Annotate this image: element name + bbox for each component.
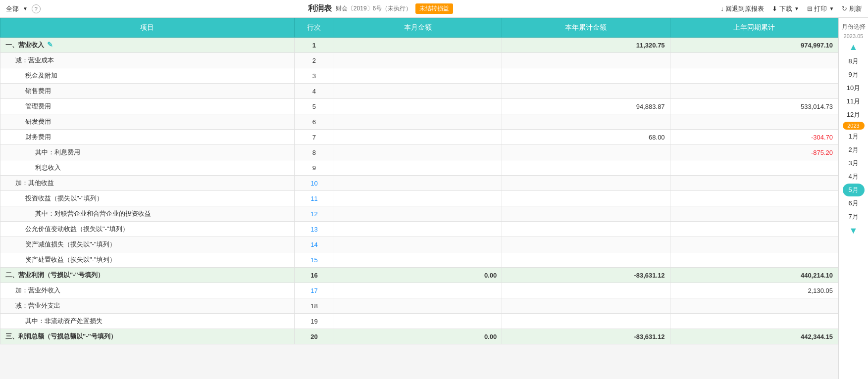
- cell-prev-2: [670, 53, 838, 68]
- download-button[interactable]: ⬇ 下载 ▼: [772, 4, 799, 13]
- col-header-month: 本月金额: [334, 18, 502, 38]
- month-btn-12月[interactable]: 12月: [843, 108, 865, 121]
- cell-item-9: 利息收入: [0, 160, 295, 176]
- cell-rownum-10: 10: [294, 176, 334, 191]
- month-btn-10月[interactable]: 10月: [843, 82, 865, 95]
- cell-rownum-7: 7: [294, 130, 334, 145]
- refresh-button[interactable]: ↻ 刷新: [842, 4, 862, 13]
- month-btn-8月[interactable]: 8月: [843, 55, 865, 68]
- cell-prev-13: [670, 222, 838, 237]
- cell-prev-1: 974,997.10: [670, 38, 838, 53]
- cell-item-11: 投资收益（损失以"-"填列）: [0, 191, 295, 206]
- table-row: 二、营业利润（亏损以"-"号填列）160.00-83,631.12440,214…: [0, 268, 838, 283]
- month-btn-1月[interactable]: 1月: [843, 130, 865, 143]
- cell-rownum-19: 19: [294, 314, 334, 329]
- cell-prev-5: 533,014.73: [670, 99, 838, 114]
- cell-item-20: 三、利润总额（亏损总额以"-"号填列）: [0, 329, 295, 344]
- cell-prev-10: [670, 176, 838, 191]
- cell-year-8: [502, 145, 670, 160]
- cell-year-14: [502, 237, 670, 252]
- cell-item-17: 加：营业外收入: [0, 283, 295, 298]
- cell-item-10: 加：其他收益: [0, 176, 295, 191]
- cell-month-9: [334, 160, 502, 176]
- cell-prev-15: [670, 252, 838, 268]
- cell-item-12: 其中：对联营企业和合营企业的投资收益: [0, 206, 295, 222]
- cell-year-12: [502, 206, 670, 222]
- cell-month-7: [334, 130, 502, 145]
- cell-rownum-11: 11: [294, 191, 334, 206]
- cell-rownum-3: 3: [294, 68, 334, 84]
- cell-month-19: [334, 314, 502, 329]
- cell-rownum-13: 13: [294, 222, 334, 237]
- cell-item-15: 资产处置收益（损失以"-"填列）: [0, 252, 295, 268]
- month-btn-3月[interactable]: 3月: [843, 157, 865, 170]
- table-row: 减：营业成本2: [0, 53, 838, 68]
- table-row: 其中：对联营企业和合营企业的投资收益12: [0, 206, 838, 222]
- cell-item-8: 其中：利息费用: [0, 145, 295, 160]
- cell-item-6: 研发费用: [0, 114, 295, 130]
- cell-year-16: -83,631.12: [502, 268, 670, 283]
- month-btn-2023[interactable]: 2023: [843, 122, 865, 130]
- cell-year-4: [502, 84, 670, 99]
- col-header-prev: 上年同期累计: [670, 18, 838, 38]
- table-row: 其中：利息费用8-875.20: [0, 145, 838, 160]
- print-button[interactable]: ⊟ 打印 ▼: [807, 4, 834, 13]
- back-to-original-button[interactable]: ↓ 回退到原报表: [720, 4, 764, 13]
- cell-rownum-1: 1: [294, 38, 334, 53]
- cell-month-1: [334, 38, 502, 53]
- cell-rownum-4: 4: [294, 84, 334, 99]
- table-container: 项目 行次 本月金额 本年累计金额 上年同期累计 一、营业收入✎111,320.…: [0, 18, 838, 379]
- cell-month-18: [334, 298, 502, 314]
- page-subtitle: 财会〔2019〕6号（未执行）: [336, 4, 411, 13]
- cell-year-15: [502, 252, 670, 268]
- cell-item-4: 销售费用: [0, 84, 295, 99]
- table-row: 研发费用6: [0, 114, 838, 130]
- month-btn-6月[interactable]: 6月: [843, 197, 865, 210]
- status-badge: 未结转损益: [415, 3, 453, 14]
- month-btn-4月[interactable]: 4月: [843, 170, 865, 183]
- cell-item-3: 税金及附加: [0, 68, 295, 84]
- cell-month-5: [334, 99, 502, 114]
- nav-up-icon[interactable]: ▲: [847, 40, 860, 54]
- dropdown-arrow-icon: ▼: [23, 6, 28, 11]
- month-btn-2月[interactable]: 2月: [843, 143, 865, 156]
- cell-month-20: 0.00: [334, 329, 502, 344]
- month-btn-9月[interactable]: 9月: [843, 68, 865, 81]
- table-row: 税金及附加3: [0, 68, 838, 84]
- cell-month-17: [334, 283, 502, 298]
- cell-year-3: [502, 68, 670, 84]
- cell-prev-8: -875.20: [670, 145, 838, 160]
- month-btn-5月[interactable]: 5月: [843, 184, 865, 196]
- month-btn-11月[interactable]: 11月: [843, 95, 865, 108]
- edit-icon[interactable]: ✎: [47, 41, 53, 48]
- cell-year-13: [502, 222, 670, 237]
- table-row: 减：营业外支出18: [0, 298, 838, 314]
- cell-prev-11: [670, 191, 838, 206]
- side-panel: 月份选择 2023.05 ▲ 8月9月10月11月12月20231月2月3月4月…: [838, 18, 868, 379]
- month-btn-7月[interactable]: 7月: [843, 210, 865, 223]
- table-row: 利息收入9: [0, 160, 838, 176]
- table-row: 三、利润总额（亏损总额以"-"号填列）200.00-83,631.12442,3…: [0, 329, 838, 344]
- cell-month-8: [334, 145, 502, 160]
- cell-year-11: [502, 191, 670, 206]
- cell-prev-19: [670, 314, 838, 329]
- cell-month-6: [334, 114, 502, 130]
- cell-rownum-2: 2: [294, 53, 334, 68]
- col-header-row: 行次: [294, 18, 334, 38]
- top-bar: 全部 ▼ ? 利润表 财会〔2019〕6号（未执行） 未结转损益 ↓ 回退到原报…: [0, 0, 868, 18]
- cell-prev-7: -304.70: [670, 130, 838, 145]
- cell-prev-9: [670, 160, 838, 176]
- cell-month-2: [334, 53, 502, 68]
- nav-down-icon[interactable]: ▼: [847, 224, 860, 238]
- cell-rownum-8: 8: [294, 145, 334, 160]
- cell-rownum-6: 6: [294, 114, 334, 130]
- help-icon[interactable]: ?: [32, 4, 41, 13]
- cell-rownum-18: 18: [294, 298, 334, 314]
- cell-month-4: [334, 84, 502, 99]
- nav-all-label[interactable]: 全部: [6, 4, 19, 13]
- cell-year-2: [502, 53, 670, 68]
- cell-item-7: 财务费用: [0, 130, 295, 145]
- side-panel-title: 月份选择: [842, 20, 866, 32]
- cell-prev-17: 2,130.05: [670, 283, 838, 298]
- cell-year-5: 94,883.87: [502, 99, 670, 114]
